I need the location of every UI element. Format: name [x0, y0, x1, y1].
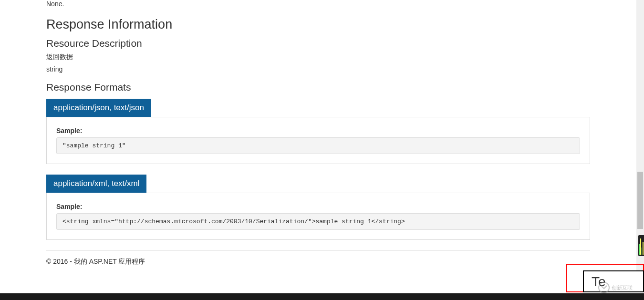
api-help-content: None. Response Information Resource Desc… — [0, 0, 644, 266]
format-section-xml: application/xml, text/xml Sample: <strin… — [46, 175, 590, 240]
format-body-xml: Sample: <string xmlns="http://schemas.mi… — [46, 193, 590, 240]
format-section-json: application/json, text/json Sample: "sam… — [46, 99, 590, 164]
format-body-json: Sample: "sample string 1" — [46, 117, 590, 164]
taskbar-strip — [0, 293, 644, 300]
watermark-text: 创新互联 — [612, 285, 633, 290]
response-info-heading: Response Information — [46, 17, 590, 32]
resource-description-heading: Resource Description — [46, 38, 590, 49]
svg-point-0 — [599, 282, 609, 293]
sample-label: Sample: — [56, 203, 580, 210]
format-tab-json[interactable]: application/json, text/json — [46, 99, 151, 117]
format-tab-xml[interactable]: application/xml, text/xml — [46, 175, 146, 193]
watermark-logo: 创新互联 — [598, 281, 641, 294]
audio-meter-widget — [638, 235, 644, 256]
scrollbar-thumb[interactable] — [637, 172, 643, 229]
sample-code-json[interactable]: "sample string 1" — [56, 137, 580, 154]
resource-type-text: string — [46, 65, 590, 73]
resource-description-text: 返回数据 — [46, 53, 590, 62]
footer-separator — [46, 250, 590, 251]
footer-copyright: © 2016 - 我的 ASP.NET 应用程序 — [46, 258, 590, 266]
body-params-none: None. — [46, 0, 590, 8]
sample-label: Sample: — [56, 127, 580, 134]
sample-code-xml[interactable]: <string xmlns="http://schemas.microsoft.… — [56, 213, 580, 230]
response-formats-heading: Response Formats — [46, 82, 590, 93]
